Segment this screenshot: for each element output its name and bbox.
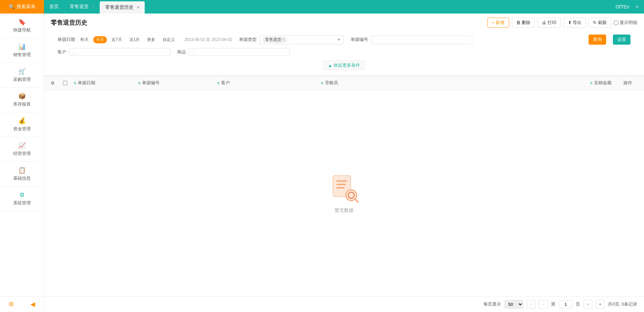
- date-range-display: 2023-06-02 至 2023-06-02: [184, 37, 232, 43]
- sidebar-item-system[interactable]: ⚙ 系统管理: [0, 186, 44, 211]
- query-button[interactable]: 查询: [589, 35, 606, 45]
- collapse-sidebar-icon[interactable]: ◀: [30, 300, 35, 308]
- print-button[interactable]: 🖨 打印: [538, 18, 561, 28]
- goods-filter-item: 商品 ...: [177, 48, 290, 56]
- refresh-button[interactable]: ↻ 刷新: [589, 18, 611, 28]
- date-more[interactable]: 更多: [144, 36, 158, 43]
- th-date: ⇅ 单据日期: [71, 80, 135, 86]
- sort-guide-icon[interactable]: ⇅: [321, 81, 324, 85]
- tab-retail-return[interactable]: 零售退货 ×: [64, 0, 100, 14]
- prev-page-btn[interactable]: ‹: [539, 300, 548, 309]
- table-wrap: ⚙ ⇅ 单据日期 ⇅ 单据编号 ⇅ 客户 ⇅: [44, 76, 644, 296]
- docnum-input[interactable]: [371, 36, 472, 44]
- show-detail-checkbox[interactable]: [614, 21, 618, 25]
- collapse-row: ▲ 收起更多条件: [57, 59, 630, 72]
- search-menu-area[interactable]: 🔍 搜索菜单: [0, 0, 44, 14]
- first-page-btn[interactable]: «: [527, 300, 535, 309]
- type-tag: 零售退货 ×: [262, 37, 287, 43]
- th-action: 操作: [614, 80, 641, 86]
- client-placeholder: ...: [72, 49, 76, 54]
- date-1month[interactable]: 近1月: [127, 36, 143, 43]
- top-bar: 🔍 搜索菜单 首页 零售退货 × 零售退货历史 × OfTEn ×: [0, 0, 644, 14]
- svg-rect-1: [336, 180, 347, 182]
- client-filter-label: 客户: [57, 49, 66, 55]
- sort-amount-icon[interactable]: ⇅: [590, 81, 593, 85]
- sidebar-item-finance[interactable]: 💰 资金管理: [0, 112, 44, 137]
- sidebar-bottom: ⚙ ◀: [0, 296, 44, 312]
- sidebar-item-operations-label: 经营管理: [13, 151, 31, 157]
- sidebar-item-operations[interactable]: 📈 经营管理: [0, 137, 44, 162]
- next-page-btn[interactable]: ›: [583, 300, 592, 309]
- sidebar-item-purchase[interactable]: 🛒 采购管理: [0, 63, 44, 88]
- sidebar-item-quick-nav[interactable]: 🔖 快捷导航: [0, 14, 44, 38]
- date-7days[interactable]: 近7天: [109, 36, 125, 43]
- finance-icon: 💰: [18, 117, 26, 125]
- page-header: 零售退货历史 + 新增 🗑 删除 🖨 打印 ⬆ 导出 ↻ 刷新 显示明细: [44, 14, 644, 76]
- sort-num-icon[interactable]: ⇅: [138, 81, 141, 85]
- goods-filter-label: 商品: [177, 49, 186, 55]
- date-custom[interactable]: 自定义: [160, 36, 177, 43]
- search-menu-label: 搜索菜单: [17, 4, 35, 10]
- sort-client-icon[interactable]: ⇅: [217, 81, 220, 85]
- tab-retail-return-history[interactable]: 零售退货历史 ×: [100, 1, 145, 14]
- system-icon: ⚙: [18, 191, 26, 199]
- select-all-checkbox[interactable]: [63, 81, 67, 85]
- sidebar-item-sales[interactable]: 📊 销售管理: [0, 38, 44, 63]
- purchase-icon: 🛒: [18, 68, 26, 75]
- sidebar-item-inventory[interactable]: 📦 库存核算: [0, 88, 44, 112]
- setting-button[interactable]: 设置: [613, 35, 630, 45]
- sort-date-icon[interactable]: ⇅: [74, 81, 76, 85]
- th-settings[interactable]: ⚙: [47, 81, 59, 86]
- new-button[interactable]: + 新增: [487, 18, 509, 28]
- type-input-wrap[interactable]: 零售退货 × ▼: [259, 35, 344, 44]
- date-today[interactable]: 今天: [93, 36, 107, 43]
- empty-illustration: [329, 173, 359, 203]
- window-close-icon[interactable]: ×: [636, 4, 639, 9]
- per-page-select[interactable]: 20 50 100 200: [504, 300, 523, 309]
- basic-info-icon: 📋: [18, 166, 26, 174]
- collapse-button[interactable]: ▲ 收起更多条件: [324, 61, 364, 70]
- sidebar-item-quick-nav-label: 快捷导航: [13, 27, 31, 33]
- svg-line-5: [355, 199, 358, 202]
- tab-retail-return-history-close[interactable]: ×: [137, 5, 139, 10]
- th-date-label: 单据日期: [78, 80, 95, 86]
- th-amount: ⇅ 实销金额: [550, 80, 614, 86]
- docnum-filter-item: 单据编号: [351, 36, 472, 44]
- date-yesterday[interactable]: 昨天: [78, 36, 91, 43]
- sidebar-item-purchase-label: 采购管理: [13, 76, 31, 83]
- date-filter-label: 单据日期: [57, 37, 75, 43]
- content-area: 零售退货历史 + 新增 🗑 删除 🖨 打印 ⬆ 导出 ↻ 刷新 显示明细: [44, 14, 644, 312]
- page-input[interactable]: [559, 300, 572, 308]
- search-icon: 🔍: [9, 4, 15, 9]
- docnum-filter-label: 单据编号: [351, 37, 368, 43]
- type-tag-close[interactable]: ×: [283, 38, 285, 42]
- filter-row-1: 单据日期 昨天 今天 近7天 近1月 更多 自定义 2023-06-02 至 2…: [57, 35, 630, 45]
- last-page-btn[interactable]: »: [596, 300, 604, 309]
- date-filter-item: 单据日期 昨天 今天 近7天 近1月 更多 自定义: [57, 36, 177, 43]
- sidebar-item-sales-label: 销售管理: [13, 52, 31, 58]
- tab-retail-return-label: 零售退货: [70, 4, 89, 10]
- settings-bottom-icon[interactable]: ⚙: [8, 300, 14, 308]
- tab-home[interactable]: 首页: [44, 0, 64, 14]
- pagination: 每页显示 20 50 100 200 « ‹ 第 页 › » 共0页, 0条记录: [44, 296, 644, 312]
- table-header: ⚙ ⇅ 单据日期 ⇅ 单据编号 ⇅ 客户 ⇅: [44, 76, 644, 90]
- delete-button[interactable]: 🗑 删除: [512, 18, 535, 28]
- client-input-wrap[interactable]: ...: [69, 48, 170, 56]
- goods-input-wrap[interactable]: ...: [189, 48, 290, 56]
- sidebar-item-basic-info[interactable]: 📋 基础信息: [0, 162, 44, 186]
- show-detail-toggle[interactable]: 显示明细: [614, 20, 637, 26]
- tab-retail-return-close[interactable]: ×: [92, 4, 94, 9]
- sidebar-item-basic-info-label: 基础信息: [13, 175, 31, 181]
- export-button[interactable]: ⬆ 导出: [564, 18, 586, 28]
- type-dropdown-arrow: ▼: [337, 38, 341, 42]
- th-amount-label: 实销金额: [594, 80, 612, 86]
- sidebar-item-finance-label: 资金管理: [13, 126, 31, 132]
- th-check[interactable]: [59, 81, 71, 85]
- type-filter-item: 单据类型 零售退货 × ▼: [239, 35, 344, 44]
- date-filter-buttons: 昨天 今天 近7天 近1月 更多 自定义: [78, 36, 177, 43]
- th-action-label: 操作: [623, 80, 632, 86]
- client-filter-item: 客户 ...: [57, 48, 170, 56]
- inventory-icon: 📦: [18, 92, 26, 100]
- filter-row-2: 客户 ... 商品 ...: [57, 48, 630, 56]
- page-title: 零售退货历史: [51, 19, 87, 27]
